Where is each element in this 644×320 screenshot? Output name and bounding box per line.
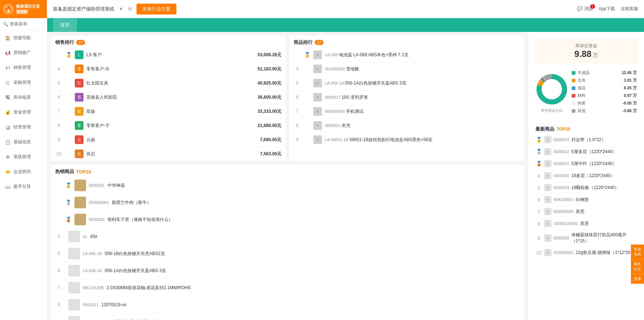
sidebar-item-quick-nav[interactable]: 🏠快捷导航: [0, 30, 47, 45]
sidebar: 🔥 畅捷通好生意 标准版 🔍 搜索菜单 🏠快捷导航📢营销推广🏷销售管理🛒采购管理…: [0, 0, 47, 320]
list-item: 🥈 000500001 新西兰牛肉（新牛）: [51, 194, 524, 211]
latest-products-title: 最新商品: [535, 126, 554, 132]
sales-ranking-badge: 27: [76, 40, 85, 45]
product-rank-number: 8: [55, 302, 62, 307]
sidebar-item-guide[interactable]: 📖新手引导: [0, 179, 47, 194]
rank-medal: 🥇: [304, 52, 310, 58]
product-name: 电池盖 LA-089 ABS本色+黑种 7.1克: [339, 52, 409, 57]
list-item: 10 G 003800001 22g鱼豆腐-烧烤味（1*12*20）: [532, 247, 640, 259]
product-code: 01: [83, 234, 87, 239]
float-buttons: 客服热线服务社区直播: [631, 245, 644, 284]
table-row: 4 零 零售客户-许 51,183.00元: [51, 62, 286, 76]
product-thumbnail: [68, 265, 80, 276]
rank-number: 6: [55, 95, 62, 100]
product-info: LA-056-1A 056-1A白色按键开关盖ABS 3克: [325, 80, 520, 86]
donut-container: 库存资金占比 半成品 12.45 万 文具 1.01 万 成品 0.25 万 材…: [532, 66, 640, 119]
sale-amount: 51,183.00元: [258, 66, 281, 72]
table-row: 6 G 0000017 10S 变利罗浆: [289, 90, 524, 104]
latest-product-code: 003800001: [554, 250, 574, 255]
tab-home[interactable]: 首页: [53, 18, 77, 32]
latest-product-code: 0000032: [554, 149, 569, 154]
float-btn[interactable]: 直播: [631, 274, 644, 284]
dropdown-arrow-icon[interactable]: ▼: [119, 6, 123, 12]
sidebar-item-enterprise[interactable]: 🤝企业协同: [0, 164, 47, 179]
customer-name: 苍南县人民医院: [86, 94, 255, 100]
latest-rank: 🥉: [535, 161, 542, 167]
product-code: 000800005: [325, 109, 346, 114]
trial-button[interactable]: 体验行业方案: [136, 4, 176, 15]
latest-product-icon: G: [544, 196, 551, 203]
rank-medal: 🥇: [65, 52, 72, 58]
latest-product-icon: G: [544, 184, 551, 191]
product-code: NB2.0X30B: [83, 286, 103, 290]
legend-value: -3.86 万: [623, 108, 637, 114]
rank-number: 9: [294, 137, 301, 142]
legend-value: -0.05 万: [623, 100, 637, 106]
product-code: LA-59651-1B: [325, 138, 350, 142]
legend-value: 0.25 万: [624, 85, 637, 91]
list-item: 5 G 0000029 18颗粒板（1220*2440）: [532, 182, 640, 194]
sidebar-icon-inventory: 🏗: [5, 95, 11, 100]
list-item: 4 G 0000030 18多层（1220*2440）: [532, 170, 640, 182]
rank-medal: [65, 66, 72, 72]
app-download[interactable]: App下载: [599, 6, 615, 12]
search-menu[interactable]: 🔍 搜索菜单: [0, 18, 47, 30]
rank-number: 9: [55, 137, 62, 142]
list-item: 7 G 000800008 原垄: [532, 206, 640, 218]
rank-medal: [304, 94, 310, 100]
legend-label: 材料: [578, 93, 622, 98]
sidebar-item-system[interactable]: ⚙系统管理: [0, 149, 47, 164]
sidebar-item-marketing[interactable]: 📢营销推广: [0, 45, 47, 60]
logo-icon: 🔥: [3, 4, 14, 15]
sale-amount: 21,680.00元: [258, 123, 281, 129]
legend-item: 材料 0.07 万: [572, 93, 637, 98]
product-name: 056-1B白色按键开关壳ABS2克: [105, 251, 165, 257]
product-thumbnail: [74, 197, 86, 208]
table-row: 10 肖 肖总 7,563.00元: [51, 147, 286, 161]
avatar: 云: [75, 135, 83, 144]
sidebar-item-finance[interactable]: 💰资金管理: [0, 105, 47, 120]
list-item: 🥇 0000001 中华神器: [51, 177, 524, 194]
rank-number: 4: [55, 66, 62, 71]
products-ranking-badge: 27: [315, 40, 323, 45]
legend-item: 其他 -3.86 万: [572, 108, 637, 114]
list-item: 🥈 G 0000032 5厘多层（1220*2440）: [532, 146, 640, 158]
avatar: 苍: [75, 93, 83, 102]
product-code: LA-056-1A: [325, 81, 345, 85]
content-left: 销售排行 27 🥇 L LS 客户 53,006.26元 4 零 零售客户-许 …: [47, 32, 528, 320]
online-service[interactable]: 在线客服: [621, 6, 638, 12]
latest-products-list: 🥇 G 0000033 封边带（1.0*22） 🥈 G 0000032 5厘多层…: [532, 134, 640, 259]
settings-icon[interactable]: ⚙: [128, 6, 132, 12]
avatar: 零: [75, 65, 83, 73]
latest-rank: 7: [535, 209, 542, 214]
product-info: 0000017 10S 变利罗浆: [325, 94, 520, 100]
latest-rank: 9: [535, 235, 542, 241]
rank-medal: [65, 108, 72, 115]
sidebar-item-basic-info[interactable]: 📋基础信息: [0, 135, 47, 149]
legend-value: 1.01 万: [624, 78, 637, 83]
legend-dot: [572, 102, 575, 105]
product-thumbnail: [68, 248, 80, 259]
sidebar-item-inventory[interactable]: 🏗库存核算: [0, 90, 47, 105]
latest-product-icon: G: [544, 160, 551, 167]
hot-products-header: 热销商品 TOP10: [51, 165, 524, 177]
sidebar-item-sales[interactable]: 🏷销售管理: [0, 60, 47, 75]
table-row: 7 G 000800005 手机测试: [289, 104, 524, 119]
logo: 🔥 畅捷通好生意 标准版: [0, 0, 47, 18]
latest-rank: 10: [535, 250, 542, 255]
sidebar-item-operations[interactable]: 📊经营管理: [0, 120, 47, 135]
float-btn[interactable]: 服务社区: [631, 259, 644, 274]
product-code: LA-056-1B: [83, 251, 102, 256]
message-badge[interactable]: 💬 消息 6: [577, 6, 592, 12]
latest-product-code: 0000030: [554, 173, 569, 178]
sidebar-item-purchase[interactable]: 🛒采购管理: [0, 75, 47, 90]
product-code: 0000017: [325, 95, 342, 99]
customer-name: 零售客户-许: [86, 66, 255, 72]
latest-product-code: 0000028: [554, 236, 569, 240]
product-code: 0000021: [325, 123, 342, 128]
sidebar-icon-quick-nav: 🏠: [5, 35, 11, 41]
customer-name: 肖总: [86, 151, 257, 157]
float-btn[interactable]: 客服热线: [631, 245, 644, 259]
sale-amount: 40,925.00元: [258, 80, 281, 86]
content-area: 销售排行 27 🥇 L LS 客户 53,006.26元 4 零 零售客户-许 …: [47, 32, 644, 320]
